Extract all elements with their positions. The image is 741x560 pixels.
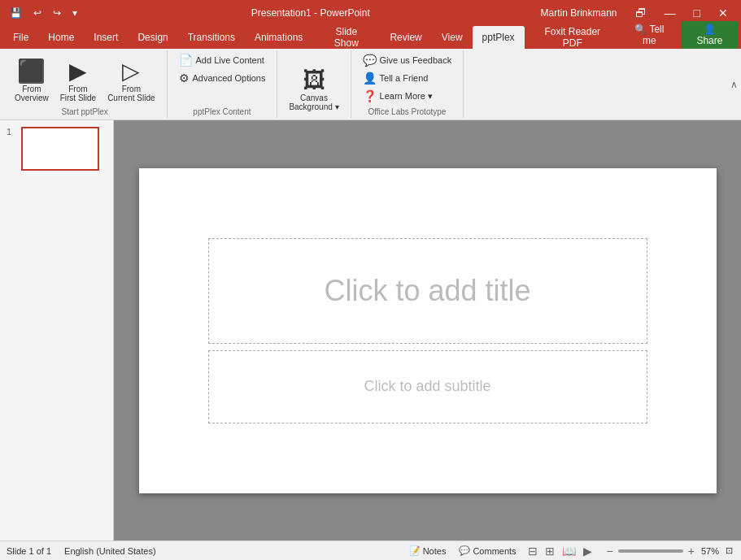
tab-animations[interactable]: Animations xyxy=(245,26,312,49)
canvas-area: Click to add title Click to add subtitle xyxy=(114,120,741,540)
tab-view[interactable]: View xyxy=(432,26,473,49)
office-labs-group: 💬 Give us Feedback 👤 Tell a Friend ❓ Lea… xyxy=(351,50,464,118)
user-name: Martin Brinkmann xyxy=(541,7,617,19)
subtitle-placeholder[interactable]: Click to add subtitle xyxy=(208,350,647,423)
tab-pptplex[interactable]: pptPlex xyxy=(473,26,525,49)
feedback-icon: 💬 xyxy=(363,54,377,67)
tab-foxit[interactable]: Foxit Reader PDF xyxy=(525,26,621,49)
ribbon-right: 🔍 Tell me 👤 Share xyxy=(621,21,738,49)
slide-thumbnail-1[interactable] xyxy=(21,127,99,171)
notes-icon: 📝 xyxy=(409,545,421,556)
collapse-ribbon-button[interactable]: ∧ xyxy=(730,79,738,90)
learn-more-button[interactable]: ❓ Learn More ▾ xyxy=(358,88,457,104)
learn-more-label: Learn More ▾ xyxy=(380,91,433,102)
close-button[interactable]: ✕ xyxy=(712,5,734,21)
tab-design[interactable]: Design xyxy=(128,26,177,49)
undo-button[interactable]: ↩ xyxy=(30,6,45,20)
pptplex-content-items: 📄 Add Live Content ⚙ Advanced Options xyxy=(174,52,271,86)
tell-friend-label: Tell a Friend xyxy=(380,73,429,83)
comments-button[interactable]: 💬 Comments xyxy=(454,544,521,558)
canvas-background-group: 🖼 CanvasBackground ▾ xyxy=(277,50,351,118)
tab-file[interactable]: File xyxy=(3,26,38,49)
title-placeholder[interactable]: Click to add title xyxy=(208,238,647,344)
zoom-slider[interactable] xyxy=(618,549,683,553)
view-buttons: ⊟ ⊞ 📖 ▶ xyxy=(525,543,595,559)
notes-label: Notes xyxy=(423,546,447,556)
slide-number-1: 1 xyxy=(7,127,18,137)
title-bar-left: 💾 ↩ ↪ ▾ xyxy=(7,6,81,20)
slide-canvas[interactable]: Click to add title Click to add subtitle xyxy=(139,168,717,493)
slide-panel: 1 xyxy=(0,120,114,540)
overview-icon: ⬛ xyxy=(17,60,46,83)
tab-insert[interactable]: Insert xyxy=(84,26,128,49)
advanced-options-label: Advanced Options xyxy=(193,73,266,83)
slide-sorter-button[interactable]: ⊞ xyxy=(542,543,558,559)
ribbon: ⬛ FromOverview ▶ FromFirst Slide ▷ FromC… xyxy=(0,49,741,120)
maximize-button[interactable]: □ xyxy=(687,5,707,21)
canvas-background-items: 🖼 CanvasBackground ▾ xyxy=(284,52,343,115)
redo-button[interactable]: ↪ xyxy=(50,6,64,20)
tab-transitions[interactable]: Transitions xyxy=(178,26,245,49)
tell-friend-icon: 👤 xyxy=(363,72,377,85)
fit-slide-button[interactable]: ⊡ xyxy=(724,544,734,558)
notes-button[interactable]: 📝 Notes xyxy=(404,544,451,558)
save-button[interactable]: 💾 xyxy=(7,6,25,20)
reading-view-button[interactable]: 📖 xyxy=(559,543,579,559)
from-overview-label: FromOverview xyxy=(15,85,49,102)
tab-slideshow[interactable]: Slide Show xyxy=(312,26,380,49)
from-current-slide-button[interactable]: ▷ FromCurrent Slide xyxy=(102,57,159,106)
tell-me-button[interactable]: 🔍 Tell me xyxy=(621,22,678,48)
minimize-button[interactable]: — xyxy=(658,5,682,21)
add-live-content-icon: 📄 xyxy=(179,54,193,67)
start-pptplex-group: ⬛ FromOverview ▶ FromFirst Slide ▷ FromC… xyxy=(3,50,168,118)
normal-view-button[interactable]: ⊟ xyxy=(525,543,541,559)
comments-icon: 💬 xyxy=(459,545,470,556)
tab-review[interactable]: Review xyxy=(380,26,431,49)
customize-qat-button[interactable]: ▾ xyxy=(69,6,81,20)
status-left: Slide 1 of 1 English (United States) xyxy=(7,546,156,556)
give-feedback-label: Give us Feedback xyxy=(380,55,452,65)
advanced-options-button[interactable]: ⚙ Advanced Options xyxy=(174,70,271,86)
slideshow-view-button[interactable]: ▶ xyxy=(580,543,595,559)
from-first-slide-button[interactable]: ▶ FromFirst Slide xyxy=(55,57,101,106)
title-bar-right: Martin Brinkmann 🗗 — □ ✕ xyxy=(541,5,735,21)
add-live-content-button[interactable]: 📄 Add Live Content xyxy=(174,52,271,68)
current-slide-icon: ▷ xyxy=(122,60,140,83)
zoom-level-button[interactable]: 57% xyxy=(700,545,721,558)
zoom-container: − + 57% ⊡ xyxy=(605,544,734,558)
ribbon-tabs: File Home Insert Design Transitions Anim… xyxy=(0,26,741,49)
status-bar: Slide 1 of 1 English (United States) 📝 N… xyxy=(0,540,741,560)
start-pptplex-items: ⬛ FromOverview ▶ FromFirst Slide ▷ FromC… xyxy=(10,52,160,106)
share-button[interactable]: 👤 Share xyxy=(682,21,738,49)
add-live-content-label: Add Live Content xyxy=(196,55,264,65)
zoom-in-button[interactable]: + xyxy=(687,545,696,558)
canvas-background-icon: 🖼 xyxy=(303,69,325,92)
pptplex-content-group: 📄 Add Live Content ⚙ Advanced Options pp… xyxy=(168,50,278,118)
give-feedback-button[interactable]: 💬 Give us Feedback xyxy=(358,52,457,68)
title-placeholder-text: Click to add title xyxy=(324,274,530,308)
office-labs-items: 💬 Give us Feedback 👤 Tell a Friend ❓ Lea… xyxy=(358,52,457,104)
learn-more-icon: ❓ xyxy=(363,89,377,102)
canvas-background-label: CanvasBackground ▾ xyxy=(289,93,338,111)
tab-home[interactable]: Home xyxy=(38,26,84,49)
pptplex-content-label: pptPlex Content xyxy=(193,106,251,116)
from-current-slide-label: FromCurrent Slide xyxy=(107,85,155,102)
start-pptplex-label: Start pptPlex xyxy=(62,106,108,116)
tell-friend-button[interactable]: 👤 Tell a Friend xyxy=(358,70,457,86)
zoom-out-button[interactable]: − xyxy=(605,545,615,558)
restore-window-button[interactable]: 🗗 xyxy=(629,5,653,21)
from-overview-button[interactable]: ⬛ FromOverview xyxy=(10,57,54,106)
comments-label: Comments xyxy=(473,546,516,556)
slide-info: Slide 1 of 1 xyxy=(7,546,51,556)
subtitle-placeholder-text: Click to add subtitle xyxy=(364,378,490,395)
canvas-background-button[interactable]: 🖼 CanvasBackground ▾ xyxy=(284,66,343,115)
language-info: English (United States) xyxy=(64,546,156,556)
app-title: Presentation1 - PowerPoint xyxy=(81,7,541,19)
from-first-slide-label: FromFirst Slide xyxy=(60,85,96,102)
office-labs-label: Office Labs Prototype xyxy=(368,106,446,116)
advanced-options-icon: ⚙ xyxy=(179,72,190,85)
first-slide-icon: ▶ xyxy=(69,60,87,83)
slide-thumb-container-1: 1 xyxy=(7,127,107,171)
status-right: 📝 Notes 💬 Comments ⊟ ⊞ 📖 ▶ − + 57% ⊡ xyxy=(404,543,734,559)
main-area: 1 Click to add title Click to add subtit… xyxy=(0,120,741,540)
